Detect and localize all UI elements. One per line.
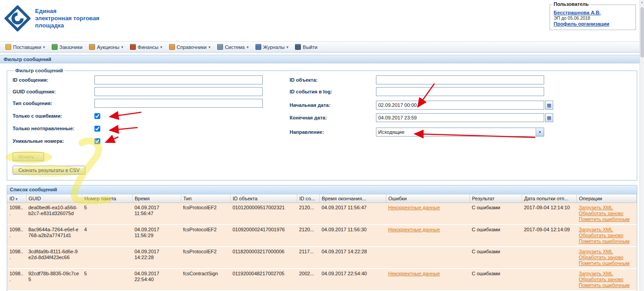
column-header-5[interactable]: ID объекта: [230, 194, 297, 203]
operation-link-1[interactable]: Обработать заново: [579, 277, 635, 282]
column-label: ID: [9, 196, 14, 201]
operation-link-2[interactable]: Пометить ошибочным: [579, 216, 635, 222]
logo-icon: [4, 5, 31, 31]
journals-chart-icon: [255, 44, 261, 50]
operation-link-1[interactable]: Обработать заново: [579, 233, 635, 238]
column-header-11[interactable]: Операции: [577, 194, 637, 203]
message-type-input[interactable]: [94, 99, 263, 108]
column-header-6[interactable]: ID со...: [297, 194, 319, 203]
end-date-input[interactable]: [376, 113, 544, 122]
menu-item-spravochniki[interactable]: Справочники▾: [166, 43, 215, 51]
operation-link-1[interactable]: Обработать заново: [579, 255, 635, 260]
filter-right-column: ID объекта:ID события в log:Начальная да…: [290, 75, 631, 148]
cell-attempt_date: [522, 269, 577, 291]
cell-object_id: 0119200048217002705: [230, 269, 297, 291]
results-panel-title: Список сообщений: [7, 185, 637, 194]
menu-item-vyiti[interactable]: Выйти: [292, 43, 322, 51]
menu-item-finansy[interactable]: Финансы▾: [127, 43, 166, 51]
cell-result: С ошибками: [470, 247, 522, 269]
column-header-1[interactable]: GUID: [26, 194, 82, 203]
chevron-down-icon[interactable]: ▼: [536, 128, 544, 136]
cell-attempt_date: [522, 247, 577, 269]
filter-panel-legend: Фильтр сообщений: [13, 68, 65, 73]
system-monitor-icon: [217, 44, 223, 50]
menu-item-sistema[interactable]: Система▾: [215, 43, 253, 51]
table-row: 1098...8ac9644a-7264-e6ef-e768-a2b2a7747…: [7, 225, 637, 247]
cell-operations: Загрузить XMLОбработать зановоПометить о…: [577, 269, 637, 291]
cell-time: 04.09.2017 11:56:29: [132, 225, 181, 247]
message-id-input[interactable]: [94, 75, 263, 84]
results-table: ID ▾GUIDНомер пакетаВремяТипID объектаID…: [7, 194, 637, 291]
column-header-4[interactable]: Тип: [181, 194, 230, 203]
message-guid-input[interactable]: [94, 87, 263, 96]
results-tbody: 1098...dea0bed6-ea10-a56d-b2c7-e831d3260…: [7, 203, 637, 291]
cell-attempt_date: 2017-09-04 12:14:09: [522, 225, 577, 247]
calendar-icon[interactable]: ▦: [545, 113, 553, 122]
column-header-0[interactable]: ID ▾: [7, 194, 26, 203]
error-details-link[interactable]: Некорректные данные: [388, 227, 440, 232]
vertical-scrollbar[interactable]: ▲: [640, 0, 644, 291]
download-csv-button[interactable]: Скачать результаты в CSV: [13, 166, 85, 175]
operation-link-2[interactable]: Пометить ошибочным: [579, 260, 635, 266]
chevron-down-icon: ▾: [43, 45, 45, 49]
scroll-up-icon[interactable]: ▲: [640, 1, 644, 4]
column-header-2[interactable]: Номер пакета: [82, 194, 132, 203]
search-button[interactable]: Искать...: [13, 152, 44, 161]
column-header-9[interactable]: Результат: [470, 194, 522, 203]
cell-object_id: 0101200009517002321: [230, 203, 297, 225]
start-date-input-label: Начальная дата:: [290, 102, 376, 108]
menu-item-label: Заказчики: [59, 44, 82, 50]
results-header-row: ID ▾GUIDНомер пакетаВремяТипID объектаID…: [7, 194, 637, 203]
menu-item-zhurnaly[interactable]: Журналы▾: [253, 43, 293, 51]
column-label: Операции: [579, 196, 602, 201]
cell-result: С ошибками: [470, 225, 522, 247]
error-details-link[interactable]: Некорректные данные: [388, 271, 440, 276]
unique-numbers-checkbox[interactable]: [94, 138, 100, 144]
column-header-3[interactable]: Время: [132, 194, 181, 203]
operation-link-0[interactable]: Загрузить XML: [579, 205, 635, 211]
menu-item-label: Финансы: [138, 44, 158, 50]
scroll-thumb[interactable]: [640, 7, 644, 57]
user-panel: Пользователь Бесстрашнова А.В. ЭП до 05.…: [550, 4, 636, 30]
cell-packet: 5: [82, 203, 132, 225]
cell-type: fcsContractSign: [181, 269, 230, 291]
operation-link-0[interactable]: Загрузить XML: [579, 249, 635, 255]
cell-operations: Загрузить XMLОбработать зановоПометить о…: [577, 247, 637, 269]
operation-link-0[interactable]: Загрузить XML: [579, 271, 635, 277]
operation-link-0[interactable]: Загрузить XML: [579, 227, 635, 233]
suppliers-folder-icon: [5, 44, 11, 50]
column-header-7[interactable]: Время окончания...: [319, 194, 386, 203]
menu-item-auktsiony[interactable]: Аукционы▾: [86, 43, 127, 51]
column-label: Результат: [472, 196, 495, 201]
menu-item-postavshchiki[interactable]: Поставщики▾: [3, 43, 49, 51]
only-unsent-checkbox[interactable]: [94, 126, 100, 132]
org-profile-link[interactable]: Профиль организации: [554, 21, 632, 26]
menu-item-label: Система: [225, 44, 245, 50]
user-name-link[interactable]: Бесстрашнова А.В.: [554, 10, 632, 15]
column-header-8[interactable]: Ошибки: [386, 194, 470, 203]
cell-operations: Загрузить XMLОбработать зановоПометить о…: [577, 225, 637, 247]
operation-link-1[interactable]: Обработать заново: [579, 211, 635, 216]
menu-item-label: Справочники: [177, 44, 207, 50]
object-id-input-label: ID объекта:: [290, 77, 376, 83]
cell-end_time: 04.09.2017 14:22:28: [319, 247, 386, 269]
operation-link-2[interactable]: Пометить ошибочным: [579, 238, 635, 244]
calendar-icon[interactable]: ▦: [545, 101, 553, 110]
object-id-input[interactable]: [376, 75, 544, 84]
cell-result: С ошибками: [470, 269, 522, 291]
operation-link-2[interactable]: Пометить ошибочным: [579, 282, 635, 288]
chevron-down-icon: ▾: [160, 45, 162, 49]
log-event-id-input[interactable]: [376, 87, 544, 96]
direction-select[interactable]: Исходящие▼: [376, 128, 544, 137]
cell-id_short: 2117...: [297, 247, 319, 269]
cell-end_time: 04.09.2017 11:56:47: [319, 203, 386, 225]
brand-line-2: электронная торговая: [35, 15, 99, 22]
only-errors-checkbox[interactable]: [94, 113, 100, 119]
column-header-10[interactable]: Дата попытки отп...: [522, 194, 577, 203]
cell-time: 04.09.2017 11:56:47: [132, 203, 181, 225]
start-date-input[interactable]: [376, 101, 544, 110]
error-details-link[interactable]: Некорректные данные: [388, 205, 440, 210]
menu-item-zakazchiki[interactable]: Заказчики: [49, 43, 86, 51]
cell-object_id: 0118200003217000006: [230, 247, 297, 269]
column-label: GUID: [29, 196, 41, 201]
